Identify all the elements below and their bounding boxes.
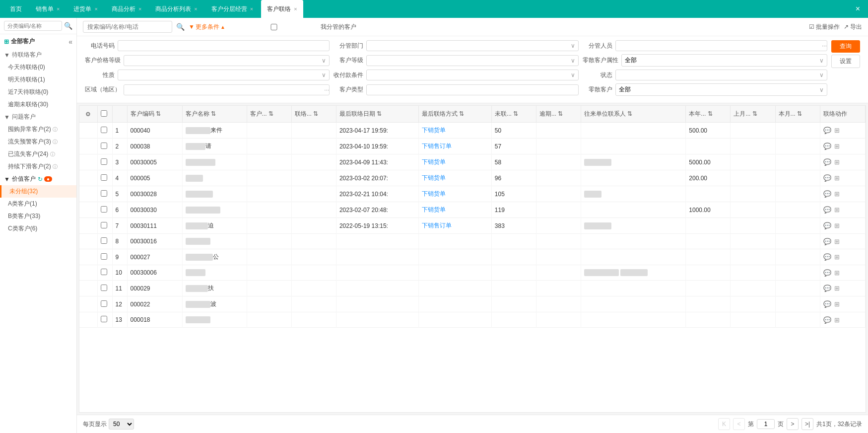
more-icon[interactable]: ··· (324, 86, 329, 93)
contact-grid-icon[interactable]: ⊞ (834, 158, 840, 166)
sidebar-item-today-pending[interactable]: 今天待联络(0) (0, 61, 76, 73)
checkbox-cell[interactable] (97, 186, 112, 202)
last-contact-way-cell[interactable]: 下销售订单 (418, 139, 491, 154)
checkbox-cell[interactable] (97, 281, 112, 296)
nav-purchase[interactable]: 进货单 × (67, 0, 103, 18)
last-contact-way-cell[interactable]: 下销货单 (418, 202, 491, 218)
contact-chat-icon[interactable]: 💬 (823, 285, 831, 292)
last-contact-way-cell[interactable] (418, 249, 491, 265)
sidebar-item-class-a[interactable]: A类客户(1) (0, 198, 76, 210)
last-page-button[interactable]: >| (801, 418, 813, 430)
row-checkbox[interactable] (101, 174, 107, 181)
this-month-col-header[interactable]: 本月... ⇅ (775, 106, 820, 123)
grade-select[interactable]: ∨ (366, 55, 578, 66)
contact-chat-icon[interactable]: 💬 (823, 158, 831, 166)
type-col-header[interactable]: 客户... ⇅ (247, 106, 291, 123)
close-icon[interactable]: × (57, 6, 60, 12)
query-button[interactable]: 查询 (831, 40, 860, 53)
checkbox-cell[interactable] (97, 123, 112, 139)
last-contact-way-cell[interactable] (418, 296, 491, 312)
contact-grid-icon[interactable]: ⊞ (834, 316, 840, 324)
sidebar-item-abnormal[interactable]: 囤购异常客户(2) ⓘ (0, 123, 76, 136)
contact-chat-icon[interactable]: 💬 (823, 316, 831, 324)
nav-product-analysis[interactable]: 商品分析 × (106, 0, 147, 18)
sidebar-item-class-c[interactable]: C类客户(6) (0, 222, 76, 235)
sidebar-item-overdue-contact[interactable]: 逾期未联络(30) (0, 98, 76, 111)
export-button[interactable]: ↗ 导出 (844, 23, 862, 31)
row-checkbox[interactable] (101, 158, 107, 165)
last-contact-way-cell[interactable]: 下销货单 (418, 123, 491, 139)
checkbox-cell[interactable] (97, 154, 112, 170)
nav-home[interactable]: 首页 (4, 0, 28, 18)
contact-way-link[interactable]: 下销货单 (422, 190, 446, 197)
nav-product-analysis-list[interactable]: 商品分析列表 × (149, 0, 203, 18)
contact-way-link[interactable]: 下销货单 (422, 206, 446, 213)
nav-sales[interactable]: 销售单 × (30, 0, 66, 18)
row-checkbox[interactable] (101, 143, 107, 149)
last-month-col-header[interactable]: 上月... ⇅ (731, 106, 775, 123)
prev-page-button[interactable]: < (733, 418, 745, 430)
checkbox-cell[interactable] (97, 234, 112, 249)
price-grade-select[interactable]: ∨ (124, 55, 330, 66)
row-checkbox[interactable] (101, 222, 107, 228)
contact-chat-icon[interactable]: 💬 (823, 143, 831, 150)
my-customers-check[interactable] (229, 24, 319, 30)
reset-button[interactable]: 设置 (831, 55, 860, 68)
sidebar-item-churned[interactable]: 已流失客户(24) ⓘ (0, 148, 76, 160)
category-search-input[interactable] (4, 21, 62, 31)
last-contact-date-col-header[interactable]: 最后联络日期 ⇅ (336, 106, 418, 123)
more-conditions-button[interactable]: ▼ 更多条件 ▲ (189, 23, 225, 31)
checkbox-cell[interactable] (97, 170, 112, 186)
contact-grid-icon[interactable]: ⊞ (834, 174, 840, 182)
sidebar-item-class-b[interactable]: B类客户(33) (0, 210, 76, 222)
contact-grid-icon[interactable]: ⊞ (834, 190, 840, 198)
page-size-select[interactable]: 50 100 200 (109, 419, 134, 430)
close-icon[interactable]: × (194, 6, 197, 12)
checkbox-cell[interactable] (97, 202, 112, 218)
close-icon[interactable]: × (250, 6, 253, 12)
contact-way-link[interactable]: 下销售订单 (422, 222, 452, 229)
page-number-input[interactable] (757, 419, 775, 429)
last-contact-way-cell[interactable]: 下销货单 (418, 170, 491, 186)
contact-grid-icon[interactable]: ⊞ (834, 222, 840, 229)
last-contact-way-cell[interactable] (418, 265, 491, 281)
sidebar-item-declining[interactable]: 持续下滑客户(2) ⓘ (0, 160, 76, 173)
close-icon[interactable]: × (94, 6, 97, 12)
name-col-header[interactable]: 客户名称 ⇅ (182, 106, 247, 123)
region-input[interactable] (124, 85, 324, 95)
close-all-tabs-button[interactable]: × (852, 4, 864, 13)
batch-ops-button[interactable]: ☑ 批量操作 (809, 23, 840, 31)
more-icon[interactable]: ··· (822, 42, 827, 49)
contact-chat-icon[interactable]: 💬 (823, 190, 831, 198)
contact-grid-icon[interactable]: ⊞ (834, 269, 840, 277)
next-page-button[interactable]: > (787, 418, 799, 430)
contact-grid-icon[interactable]: ⊞ (834, 238, 840, 245)
contact-grid-icon[interactable]: ⊞ (834, 300, 840, 308)
first-page-button[interactable]: K (718, 418, 730, 430)
last-contact-way-cell[interactable] (418, 281, 491, 296)
checkbox-cell[interactable] (97, 312, 112, 328)
row-checkbox[interactable] (101, 316, 107, 322)
section-value-customers[interactable]: ▼ 价值客户 ↻ ● (0, 173, 76, 185)
status-select[interactable]: ∨ (615, 70, 827, 80)
last-contact-way-cell[interactable]: 下销货单 (418, 154, 491, 170)
row-checkbox[interactable] (101, 237, 107, 244)
row-checkbox[interactable] (101, 285, 107, 291)
row-checkbox[interactable] (101, 206, 107, 213)
contact-grid-icon[interactable]: ⊞ (834, 206, 840, 214)
contact-chat-icon[interactable]: 💬 (823, 253, 831, 261)
overdue-col-header[interactable]: 逾期... ⇅ (536, 106, 581, 123)
collapse-icon[interactable]: « (68, 38, 72, 46)
contact-chat-icon[interactable]: 💬 (823, 174, 831, 182)
row-checkbox[interactable] (101, 253, 107, 260)
code-col-header[interactable]: 客户编码 ⇅ (127, 106, 182, 123)
person-input[interactable] (616, 41, 822, 51)
contact-col-header[interactable]: 联络... ⇅ (291, 106, 336, 123)
no-contact-col-header[interactable]: 未联... ⇅ (491, 106, 536, 123)
checkbox-cell[interactable] (97, 218, 112, 234)
refresh-icon[interactable]: ↻ (38, 176, 43, 183)
unit-contact-col-header[interactable]: 往来单位联系人 ⇅ (581, 106, 686, 123)
contact-grid-icon[interactable]: ⊞ (834, 143, 840, 150)
contact-grid-icon[interactable]: ⊞ (834, 127, 840, 134)
payment-select[interactable]: ∨ (366, 70, 578, 80)
